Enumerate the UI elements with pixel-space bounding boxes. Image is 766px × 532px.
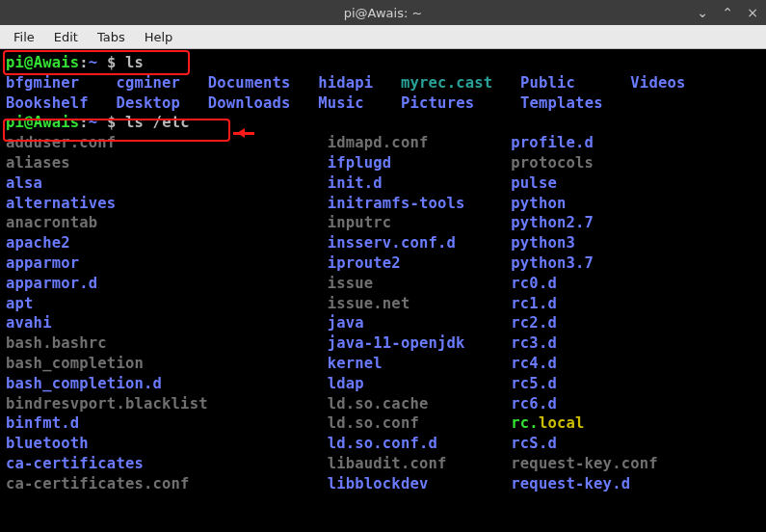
prompt-colon-2: : [79,114,89,131]
ls-etc-entry: rc4.d [511,355,557,372]
ls-etc-entry: python [511,195,566,212]
prompt-path-2: ~ [89,114,98,131]
prompt-cmd-2: ls /etc [125,114,190,131]
ls-home-entry: Documents [208,74,291,92]
ls-etc-entry: init.d [328,174,383,192]
ls-etc-entry: rc1.d [511,295,557,312]
ls-home-entry: Bookshelf [6,94,89,112]
ls-etc-entry: apt [6,295,34,312]
ls-etc-entry: adduser.conf [6,134,116,151]
ls-etc-entry: java-11-openjdk [328,334,465,352]
ls-etc-entry: python3 [511,234,575,252]
ls-home-entry: Pictures [401,94,474,112]
prompt-at-1: @ [24,54,34,71]
ls-etc-entry: bindresvport.blacklist [6,395,208,412]
menu-edit[interactable]: Edit [44,27,88,47]
ls-etc-entry: python3.7 [511,254,594,272]
ls-etc-entry: idmapd.conf [328,134,429,151]
ls-etc-entry: ld.so.conf.d [328,435,437,452]
window-title: pi@Awais: ~ [344,6,423,20]
maximize-button[interactable]: ⌃ [720,5,735,20]
ls-etc-entry: apache2 [6,234,70,252]
ls-etc-entry: iproute2 [328,254,401,272]
ls-etc-entry: rc6.d [511,395,557,412]
ls-etc-entry: ca-certificates [6,455,144,472]
ls-etc-entry: issue [328,275,374,292]
ls-etc-entry: ifplugd [328,154,392,172]
ls-etc-entry: profile.d [511,134,594,151]
prompt-at-2: @ [24,114,34,131]
ls-etc-entry: initramfs-tools [328,195,465,212]
window-controls: ⌄ ⌃ × [695,5,760,20]
ls-etc-entry: ca-certificates.conf [6,475,190,492]
ls-home-entry: hidapi [318,74,373,92]
ls-etc-entry: bluetooth [6,435,89,452]
menu-help[interactable]: Help [135,27,183,47]
ls-home-entry: myrec.cast [401,74,492,92]
ls-etc-entry: apparmor [6,254,79,272]
ls-etc-entry: rc. [511,414,539,432]
prompt-host-1: Awais [34,54,80,71]
ls-etc-entry: ldap [328,375,364,392]
ls-etc-entry: anacrontab [6,214,97,231]
prompt-cmd-1: ls [125,54,144,71]
terminal[interactable]: pi@Awais:~ $ ls bfgminer cgminer Documen… [0,49,766,532]
prompt-dollar-2: $ [97,114,125,131]
prompt-host-2: Awais [34,114,80,131]
ls-etc-entry: libaudit.conf [328,455,447,472]
close-button[interactable]: × [745,5,760,20]
ls-etc-entry: pulse [511,174,557,192]
ls-etc-entry: issue.net [328,295,410,312]
ls-etc-entry: bash.bashrc [6,334,107,352]
ls-etc-entry: rc3.d [511,334,557,352]
ls-etc-entry: libblockdev [328,475,429,492]
ls-etc-entry: request-key.conf [511,455,658,472]
ls-etc-entry: request-key.d [511,475,630,492]
prompt-user-1: pi [6,54,24,71]
ls-etc-entry: kernel [328,355,383,372]
ls-etc-entry: java [328,314,364,332]
menu-file[interactable]: File [4,27,44,47]
ls-etc-entry: python2.7 [511,214,594,231]
ls-etc-entry: insserv.conf.d [328,234,456,252]
prompt-path-1: ~ [89,54,98,71]
ls-etc-entry: inputrc [328,214,392,231]
ls-etc-entry: ld.so.conf [328,414,419,432]
ls-etc-entry: alsa [6,174,42,192]
ls-etc-entry: rc0.d [511,275,557,292]
ls-etc-entry: rc5.d [511,375,557,392]
menubar: File Edit Tabs Help [0,25,766,49]
ls-home-entry: Downloads [208,94,291,112]
prompt-dollar-1: $ [97,54,125,71]
ls-home-entry: Templates [520,94,603,112]
ls-home-entry: cgminer [116,74,180,92]
ls-home-entry: Videos [630,74,685,92]
ls-etc-entry: binfmt.d [6,414,79,432]
ls-etc-entry: aliases [6,154,70,172]
ls-home-entry: Desktop [116,94,180,112]
ls-home-entry: Music [318,94,364,112]
ls-etc-entry-extra: local [539,414,585,432]
ls-home-entry: bfgminer [6,74,79,92]
titlebar: pi@Awais: ~ ⌄ ⌃ × [0,0,766,25]
ls-etc-entry: alternatives [6,195,116,212]
ls-etc-entry: avahi [6,314,52,332]
ls-etc-entry: bash_completion [6,355,144,372]
ls-etc-entry: apparmor.d [6,275,97,292]
ls-etc-entry: ld.so.cache [328,395,429,412]
minimize-button[interactable]: ⌄ [695,5,710,20]
menu-tabs[interactable]: Tabs [88,27,135,47]
ls-etc-entry: protocols [511,154,594,172]
ls-home-entry: Public [520,74,575,92]
ls-etc-entry: bash_completion.d [6,375,162,392]
prompt-user-2: pi [6,114,24,131]
prompt-colon-1: : [79,54,89,71]
ls-etc-entry: rcS.d [511,435,557,452]
ls-etc-entry: rc2.d [511,314,557,332]
